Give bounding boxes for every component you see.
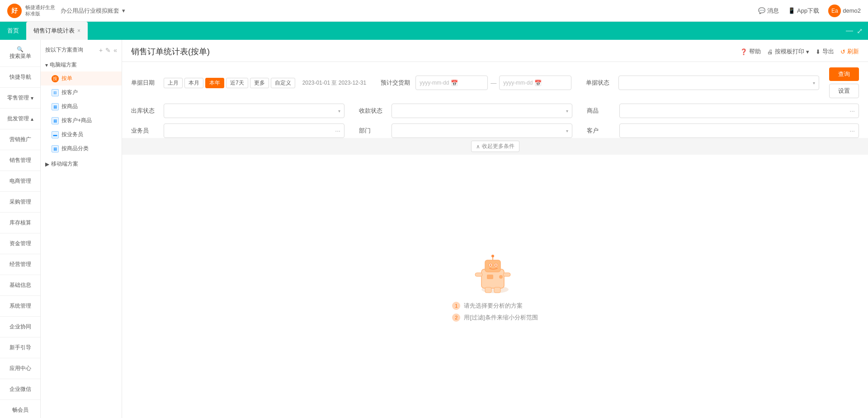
app-download-button[interactable]: 📱 App下载: [788, 7, 819, 15]
sidebar-item-finance[interactable]: 资金管理: [0, 233, 40, 254]
filter-row-1: 单据日期 上月 本月 本年 近7天 更多 自定义 2023-01-01 至 20…: [131, 67, 859, 98]
collapse-button[interactable]: ∧ 收起更多条件: [471, 141, 519, 152]
date-btn-this-year[interactable]: 本年: [205, 78, 224, 88]
message-button[interactable]: 💬 消息: [758, 7, 779, 15]
goods-select[interactable]: ···: [619, 104, 859, 118]
page-title: 销售订单统计表(按单): [131, 46, 210, 57]
edit-scheme-button[interactable]: ✎: [105, 47, 111, 54]
salesperson-ellipsis[interactable]: ···: [335, 127, 340, 134]
user-menu[interactable]: Ea demo2: [828, 5, 861, 17]
by-customer-label: 按客户: [61, 89, 78, 96]
collapse-scheme-button[interactable]: «: [113, 47, 117, 54]
wholesale-arrow-icon: ▴: [31, 116, 33, 122]
empty-state: 1 请先选择要分析的方案 2 用[过滤]条件来缩小分析范围: [122, 155, 868, 418]
username: demo2: [843, 7, 861, 14]
sidebar-item-search[interactable]: 🔍 搜索菜单: [0, 40, 40, 67]
sidebar-item-inventory[interactable]: 库存核算: [0, 213, 40, 233]
newuser-label: 新手引导: [4, 344, 37, 352]
expected-date-start[interactable]: yyyy-mm-dd 📅: [415, 76, 488, 90]
sidebar-item-basic[interactable]: 基础信息: [0, 275, 40, 296]
sidebar-item-marketing[interactable]: 营销推广: [0, 129, 40, 150]
ship-status-label: 出库状态: [131, 107, 158, 115]
dept-arrow: ▾: [566, 128, 568, 133]
tab-sales-stat[interactable]: 销售订单统计表 ×: [26, 22, 88, 40]
sidebar-item-wholesale[interactable]: 批发管理 ▴: [0, 109, 40, 129]
svg-rect-11: [475, 273, 482, 276]
by-category-icon: ▦: [52, 145, 59, 152]
sidebar-item-wechat[interactable]: 企业微信: [0, 379, 40, 400]
sidebar-item-quicknav[interactable]: 快捷导航: [0, 67, 40, 88]
by-order-label: 按单: [61, 75, 72, 82]
sidebar-item-sales[interactable]: 销售管理: [0, 150, 40, 171]
sidebar-item-retail[interactable]: 零售管理 ▾: [0, 88, 40, 109]
message-icon: 💬: [758, 7, 765, 14]
expected-date-end[interactable]: yyyy-mm-dd 📅: [499, 76, 571, 90]
tab-home[interactable]: 首页: [0, 22, 26, 40]
tab-bar-actions: — ⤢: [846, 27, 868, 35]
mobile-scheme-group-title[interactable]: ▶ 移动端方案: [41, 157, 122, 171]
tab-close-icon[interactable]: ×: [77, 28, 80, 34]
svg-rect-9: [487, 275, 493, 279]
search-icon: 🔍: [4, 46, 37, 52]
dept-select[interactable]: ▾: [392, 124, 572, 138]
template-print-button[interactable]: 🖨 按模板打印 ▾: [767, 48, 809, 56]
pc-scheme-group: ▾ 电脑端方案 按 按单 ⊞ 按客户 ▦ 按商品 ▦ 按客户+商品: [41, 58, 122, 156]
sidebar-item-member[interactable]: 畅会员: [0, 400, 40, 418]
scheme-item-by-customer[interactable]: ⊞ 按客户: [41, 86, 122, 100]
add-scheme-button[interactable]: +: [99, 47, 103, 54]
customer-ellipsis[interactable]: ···: [849, 127, 855, 134]
receive-status-select[interactable]: ▾: [392, 104, 572, 118]
scheme-item-by-order[interactable]: 按 按单: [41, 71, 122, 86]
scheme-item-by-category[interactable]: ▦ 按商品分类: [41, 142, 122, 156]
status-select[interactable]: ▾: [618, 76, 819, 90]
sidebar-item-ecommerce[interactable]: 电商管理: [0, 171, 40, 192]
customer-label: 客户: [587, 127, 614, 135]
pc-group-label: 电脑端方案: [50, 61, 77, 69]
tab-minimize-icon[interactable]: —: [846, 27, 853, 35]
sidebar-search-label: 搜索菜单: [4, 52, 37, 60]
logo-sub: 标准版: [25, 10, 55, 17]
goods-label: 商品: [587, 107, 614, 115]
date-btn-this-month[interactable]: 本月: [184, 78, 203, 88]
sidebar-item-enterprise[interactable]: 企业协同: [0, 317, 40, 337]
tab-maximize-icon[interactable]: ⤢: [857, 27, 863, 35]
settings-button[interactable]: 设置: [829, 84, 859, 98]
ship-status-select[interactable]: ▾: [164, 104, 344, 118]
help-button[interactable]: ❓ 帮助: [740, 48, 761, 56]
sidebar-item-management[interactable]: 经营管理: [0, 254, 40, 275]
date-btn-last-month[interactable]: 上月: [164, 78, 183, 88]
by-order-icon: 按: [52, 75, 59, 82]
sidebar-item-purchase[interactable]: 采购管理: [0, 192, 40, 213]
scheme-item-by-salesperson[interactable]: ▬ 按业务员: [41, 128, 122, 142]
scheme-panel: 按以下方案查询 + ✎ « ▾ 电脑端方案 按 按单 ⊞ 按客: [41, 40, 122, 418]
sidebar-item-appcenter[interactable]: 应用中心: [0, 358, 40, 379]
sidebar-item-system[interactable]: 系统管理: [0, 296, 40, 317]
logo-area: 好 畅捷通好生意 标准版: [7, 4, 55, 18]
query-button[interactable]: 查询: [829, 67, 859, 81]
svg-rect-13: [485, 287, 491, 293]
sales-label: 销售管理: [4, 157, 37, 164]
date-btn-custom[interactable]: 自定义: [271, 78, 295, 88]
top-bar-right: 💬 消息 📱 App下载 Ea demo2: [758, 5, 861, 17]
refresh-button[interactable]: ↺ 刷新: [840, 48, 859, 56]
scheme-item-by-customer-goods[interactable]: ▦ 按客户+商品: [41, 114, 122, 128]
scheme-panel-actions: + ✎ «: [99, 47, 117, 54]
date-btn-7days[interactable]: 近7天: [226, 78, 248, 88]
date-btn-more[interactable]: 更多: [250, 78, 269, 88]
breadcrumb[interactable]: 办公用品行业模拟账套 ▾: [61, 7, 125, 15]
sidebar-item-newuser[interactable]: 新手引导: [0, 337, 40, 358]
goods-ellipsis[interactable]: ···: [849, 107, 855, 114]
top-bar-left: 好 畅捷通好生意 标准版 办公用品行业模拟账套 ▾: [7, 4, 125, 18]
scheme-item-by-goods[interactable]: ▦ 按商品: [41, 100, 122, 114]
by-goods-icon: ▦: [52, 103, 59, 110]
page-title-bar: 销售订单统计表(按单) ❓ 帮助 🖨 按模板打印 ▾ ⬇ 导出: [122, 40, 868, 62]
export-label: 导出: [822, 48, 834, 56]
customer-select[interactable]: ···: [619, 124, 859, 138]
receive-status-label: 收款状态: [359, 107, 386, 115]
pc-scheme-group-title[interactable]: ▾ 电脑端方案: [41, 58, 122, 71]
salesperson-select[interactable]: ···: [164, 124, 344, 138]
export-button[interactable]: ⬇ 导出: [816, 48, 834, 56]
svg-point-10: [499, 275, 503, 279]
ecommerce-label: 电商管理: [4, 177, 37, 185]
by-goods-label: 按商品: [61, 103, 78, 110]
